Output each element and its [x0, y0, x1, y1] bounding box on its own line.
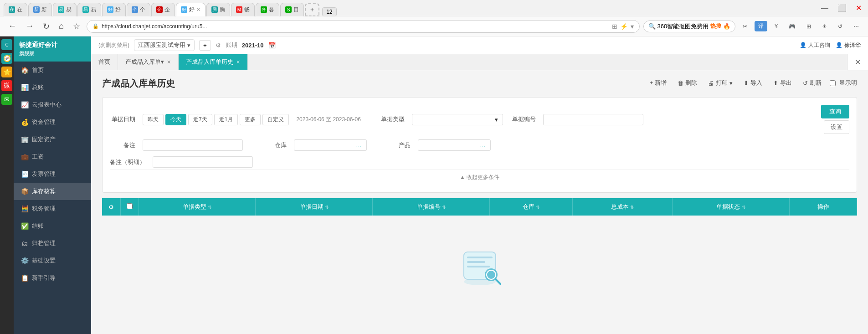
back-btn[interactable]: ← — [5, 20, 19, 33]
company-selector[interactable]: 江西服宝测试专用 ▾ — [134, 39, 195, 51]
warehouse-dots[interactable]: … — [356, 142, 362, 149]
select-all-checkbox[interactable] — [127, 203, 133, 209]
browser-tab-7[interactable]: 好 好 ✕ — [176, 3, 205, 16]
print-btn[interactable]: 🖨 打印 ▾ — [705, 77, 735, 88]
sidebar-item-inventory[interactable]: 📦 库存核算 — [14, 183, 91, 200]
add-btn[interactable]: + 新增 — [647, 77, 669, 88]
date-btn-today[interactable]: 今天 — [165, 114, 186, 125]
settings-icon-btn[interactable]: ⚙ — [216, 42, 221, 49]
theme-btn[interactable]: ☀ — [818, 21, 831, 31]
table-col-status[interactable]: 单据状态 ⇅ — [673, 198, 790, 216]
warehouse-filter-select[interactable]: … — [294, 139, 367, 151]
browser-tab-4[interactable]: 好 好 — [102, 3, 126, 16]
close-btn[interactable]: ✕ — [853, 3, 864, 13]
bookmark-btn[interactable]: ☆ — [70, 20, 83, 33]
remark-filter-input[interactable] — [143, 139, 243, 151]
sidebar-item-tax[interactable]: 🧮 税务管理 — [14, 200, 91, 217]
date-btn-more[interactable]: 更多 — [240, 114, 261, 125]
table-col-number[interactable]: 单据编号 ⇅ — [373, 198, 490, 216]
browser-tab-3[interactable]: 易 易 — [77, 3, 101, 16]
address-bar[interactable]: 🔒 https://cloud.chanjet.com/accounting/u… — [87, 20, 640, 33]
browser-tab-5[interactable]: 个 个 — [127, 3, 150, 16]
table-col-check[interactable] — [120, 198, 139, 216]
game-btn[interactable]: 🎮 — [785, 21, 799, 31]
grid-icon[interactable]: ⊞ — [612, 23, 617, 30]
date-btn-7days[interactable]: 近7天 — [188, 114, 212, 125]
sidebar-item-cash[interactable]: 💰 资金管理 — [14, 113, 91, 131]
grid-view-btn[interactable]: ⊞ — [803, 21, 815, 31]
user-service-btn[interactable]: 👤 人工咨询 — [800, 41, 830, 49]
sidebar-item-invoice[interactable]: 🧾 发票管理 — [14, 165, 91, 183]
currency-btn[interactable]: ¥ — [771, 21, 781, 31]
browser-tab-10[interactable]: 各 各 — [256, 3, 279, 16]
more-btn[interactable]: ⋯ — [850, 21, 863, 31]
table-col-gear[interactable]: ⚙ — [102, 198, 120, 216]
query-btn[interactable]: 查询 — [821, 105, 849, 118]
date-btn-yesterday[interactable]: 昨天 — [143, 114, 164, 125]
page-tab-history[interactable]: 产成品入库单历史 ✕ — [179, 54, 248, 70]
user-avatar[interactable]: 👤 徐泽华 — [836, 41, 861, 49]
forward-btn[interactable]: → — [23, 20, 36, 33]
undo-btn[interactable]: ↺ — [834, 21, 846, 31]
translate-btn[interactable]: 译 — [755, 21, 767, 31]
scissors-btn[interactable]: ✂ — [739, 21, 751, 31]
add-company-btn[interactable]: + — [199, 40, 211, 51]
product-dots[interactable]: … — [480, 142, 486, 149]
sidebar-item-assets[interactable]: 🏢 固定资产 — [14, 131, 91, 148]
panel-close-btn[interactable]: ✕ — [847, 54, 868, 70]
page-tab-history-close[interactable]: ✕ — [236, 59, 240, 65]
lightning-icon[interactable]: ⚡ — [620, 23, 628, 30]
import-btn[interactable]: ⬇ 导入 — [741, 77, 765, 88]
sidebar-item-ledger[interactable]: 📊 总账 — [14, 79, 91, 96]
type-filter-select[interactable]: ▾ — [412, 114, 503, 125]
browser-tab-11[interactable]: S 目 — [280, 3, 304, 16]
close-panel-icon[interactable]: ✕ — [855, 58, 861, 67]
sidebar-item-checkout[interactable]: ✅ 结账 — [14, 217, 91, 235]
browser-tab-6[interactable]: 企 企 — [151, 3, 175, 16]
number-filter-input[interactable] — [543, 114, 643, 125]
maximize-btn[interactable]: ⬜ — [835, 3, 849, 13]
app-bar-logo[interactable]: C — [1, 39, 12, 50]
browser-tab-9[interactable]: M 畅 — [231, 3, 255, 16]
sidebar-item-cloud-report[interactable]: 📈 云报表中心 — [14, 96, 91, 113]
browser-tab-8[interactable]: 腾 腾 — [206, 3, 230, 16]
refresh-btn[interactable]: ↻ — [40, 20, 52, 33]
app-bar-icon-nav[interactable]: 🧭 — [1, 53, 12, 64]
table-col-warehouse[interactable]: 仓库 ⇅ — [490, 198, 573, 216]
tab-close-7[interactable]: ✕ — [196, 7, 200, 13]
browser-tab-1[interactable]: 新 新 — [28, 3, 52, 16]
table-col-type[interactable]: 单据类型 ⇅ — [139, 198, 256, 216]
date-btn-custom[interactable]: 自定义 — [262, 114, 289, 125]
date-btn-1month[interactable]: 近1月 — [214, 114, 238, 125]
sidebar-item-guide[interactable]: 📋 新手引导 — [14, 269, 91, 287]
chevron-down-icon[interactable]: ▾ — [631, 23, 634, 30]
search-box[interactable]: 🔍 360智能抠图免费用 热搜 🔥 — [643, 21, 736, 32]
table-col-cost[interactable]: 总成本 ⇅ — [572, 198, 672, 216]
filter-collapse-btn[interactable]: ▲ 收起更多条件 — [110, 170, 849, 185]
sidebar-item-payroll[interactable]: 💼 工资 — [14, 148, 91, 165]
refresh-action-btn[interactable]: ↺ 刷新 — [800, 77, 824, 88]
browser-tab-0[interactable]: 在 在 — [4, 3, 27, 16]
sidebar-item-home[interactable]: 🏠 首页 — [14, 62, 91, 79]
new-tab-btn[interactable]: + — [305, 3, 319, 16]
minimize-btn[interactable]: — — [818, 3, 831, 13]
query-setting-col: 查询 设置 — [821, 105, 849, 134]
table-col-date[interactable]: 单据日期 ⇅ — [256, 198, 373, 216]
setting-btn[interactable]: 设置 — [824, 120, 849, 134]
app-bar-icon-weibo[interactable]: 微 — [1, 80, 12, 91]
sidebar-item-settings[interactable]: ⚙️ 基础设置 — [14, 252, 91, 269]
sidebar-item-archive[interactable]: 🗂 归档管理 — [14, 235, 91, 252]
app-bar-icon-mail[interactable]: ✉ — [1, 94, 12, 105]
page-tab-home[interactable]: 首页 — [91, 54, 118, 70]
product-filter-select[interactable]: … — [418, 139, 491, 151]
calendar-icon-btn[interactable]: 📅 — [268, 42, 276, 49]
delete-btn[interactable]: 🗑 删除 — [675, 77, 700, 88]
display-checkbox[interactable] — [830, 80, 836, 86]
home-btn[interactable]: ⌂ — [56, 20, 67, 33]
remark-detail-filter-input[interactable] — [153, 156, 253, 168]
browser-tab-2[interactable]: 易 易 — [53, 3, 77, 16]
page-tab-list[interactable]: 产成品入库单▾ ✕ — [118, 54, 179, 70]
export-btn[interactable]: ⬆ 导出 — [770, 77, 795, 88]
page-tab-list-close[interactable]: ✕ — [167, 59, 171, 65]
app-bar-icon-star[interactable]: ⭐ — [1, 67, 12, 77]
